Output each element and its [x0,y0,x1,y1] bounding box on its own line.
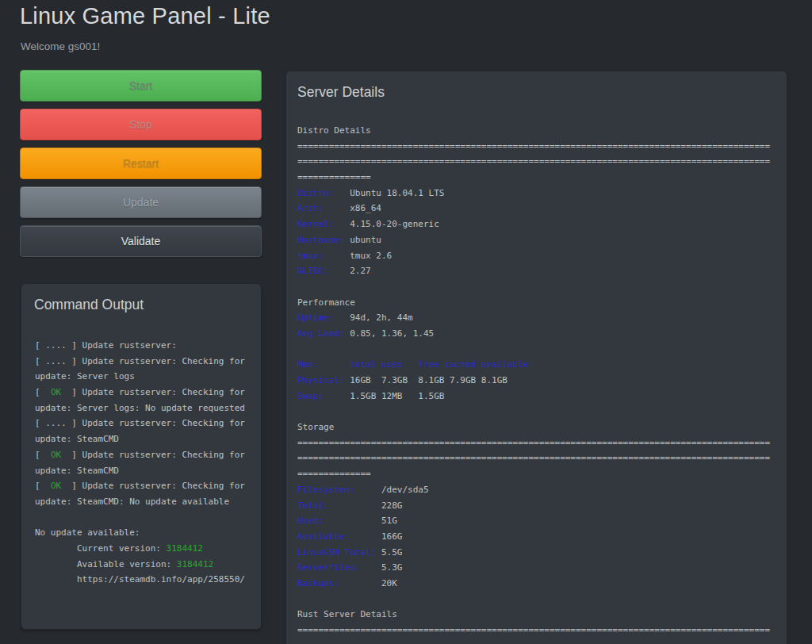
terminal-line: Available version: 3184412 [35,557,249,573]
terminal-line: update: SteamCMD: No update available [35,494,249,510]
terminal-line: https://steamdb.info/app/258550/ [35,572,249,588]
server-details-panel: Server Details Distro Details===========… [285,71,787,644]
terminal-line: [ .... ] Update rustserver: Checking for [35,354,249,370]
command-output-panel: Command Output [ .... ] Update rustserve… [21,283,262,630]
command-output-title: Command Output [34,297,261,313]
terminal-line: ========================================… [297,450,776,466]
terminal-line: ========================================… [297,435,776,451]
terminal-line: ========================================… [297,623,776,638]
terminal-line: Used: 51G [297,513,776,529]
terminal-line: Arch: x86_64 [297,201,776,217]
server-action-buttons: StartStopRestartUpdateValidate [20,70,262,264]
terminal-line: GLIBC: 2.27 [297,263,776,279]
terminal-line: Swap: 1.5GB 12MB 1.5GB [297,389,776,404]
terminal-line: Available: 166G [297,529,776,545]
terminal-line: ============== [297,170,776,186]
validate-button[interactable]: Validate [20,225,262,257]
stop-button[interactable]: Stop [20,109,262,140]
terminal-line: Uptime: 94d, 2h, 44m [297,310,776,326]
terminal-line: Current version: 3184412 [35,541,249,557]
terminal-line: Rust Server Details [297,607,776,623]
terminal-line: update: Server logs: No update requested [35,401,249,416]
terminal-line: [ OK ] Update rustserver: Checking for [35,447,249,463]
server-details-title: Server Details [297,84,787,101]
terminal-line: ========================================… [297,638,776,644]
terminal-line: Physical: 16GB 7.3GB 8.1GB 7.9GB 8.1GB [297,373,776,389]
command-output-terminal: [ .... ] Update rustserver:[ .... ] Upda… [35,338,249,588]
terminal-line: Kernel: 4.15.0-20-generic [297,217,776,232]
terminal-line: update: SteamCMD [35,431,249,447]
terminal-line [35,510,249,526]
terminal-line: ============== [297,466,776,482]
terminal-line: Total: 228G [297,498,776,514]
restart-button[interactable]: Restart [20,148,262,179]
terminal-line: [ OK ] Update rustserver: Checking for [35,478,249,494]
start-button[interactable]: Start [20,70,262,102]
terminal-line: tmux: tmux 2.6 [297,248,776,264]
terminal-line: Distro Details [297,123,776,139]
terminal-line: Storage [297,420,776,435]
terminal-line: No update available: [35,525,249,541]
terminal-line: LinuxGSM Total: 5.5G [297,545,776,561]
update-button[interactable]: Update [20,186,262,218]
terminal-line: Filesystem: /dev/sda5 [297,482,776,498]
terminal-line: [ .... ] Update rustserver: Checking for [35,416,249,431]
terminal-line [297,342,776,358]
terminal-line: [ OK ] Update rustserver: Checking for [35,385,249,401]
page-title: Linux Game Panel - Lite [20,3,270,29]
terminal-line: Hostname: ubuntu [297,232,776,248]
terminal-line [297,404,776,420]
terminal-line: ========================================… [297,139,776,155]
terminal-line: [ .... ] Update rustserver: [35,338,249,354]
terminal-line [297,592,776,608]
terminal-line: ========================================… [297,154,776,170]
terminal-line: Backups: 20K [297,576,776,592]
terminal-line: update: SteamCMD [35,463,249,479]
terminal-line: Serverfiles: 5.3G [297,560,776,576]
terminal-line: Performance [297,295,776,311]
terminal-line: Distro: Ubuntu 18.04.1 LTS [297,186,776,201]
terminal-line: Avg Load: 0.85, 1.36, 1.45 [297,326,776,342]
terminal-line: update: Server logs [35,369,249,385]
welcome-message: Welcome gs001! [21,40,100,52]
terminal-line: Mem: total used free cached available [297,357,776,373]
terminal-line [297,279,776,295]
server-details-terminal: Distro Details==========================… [297,123,776,644]
